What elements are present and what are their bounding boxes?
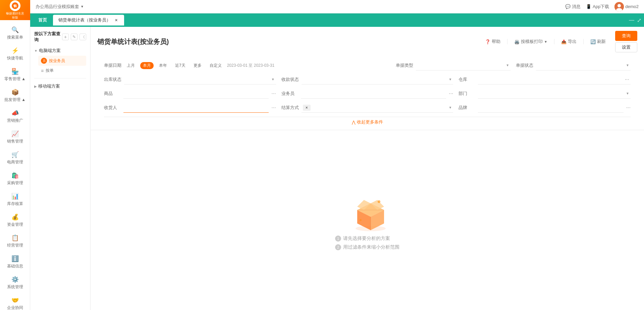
filter-goods-field: 商品 ··· [104,89,276,99]
desktop-scheme-header[interactable]: ▼ 电脑端方案 [34,46,86,56]
sidebar-item-ecommerce[interactable]: 🛒 电商管理 [0,148,30,168]
scheme-item-by-order[interactable]: ≡ 按单 [38,66,86,75]
message-button[interactable]: 💬 消息 [565,4,581,10]
tab-minimize-icon[interactable]: — [629,17,634,23]
filter-doc-status-field: 单据状态 ▼ [516,60,631,70]
payment-arrow-icon: ▼ [448,106,452,109]
sidebar-item-marketing[interactable]: 📣 营销推广 [0,106,30,127]
topbar-suite-selector[interactable]: 办公用品行业模拟账套 ▼ [36,4,84,10]
goods-input[interactable] [123,89,269,99]
department-select[interactable]: ▼ [478,89,631,99]
sidebar-item-operation-label: 经营管理 [7,243,23,248]
sidebar-item-inventory-label: 库存核算 [7,201,23,207]
warehouse-label: 仓库 [459,76,475,83]
sidebar-item-search-label: 搜索菜单 [7,35,23,40]
tab-sales-stat[interactable]: 销货单统计表（按业务员） ✕ [53,15,124,25]
sidebar-item-operation[interactable]: 📋 经营管理 [0,231,30,252]
ecommerce-icon: 🛒 [11,151,19,158]
date-btn-more[interactable]: 更多 [191,62,204,69]
topbar: 办公用品行业模拟账套 ▼ 💬 消息 📱 App下载 [30,0,644,13]
date-btn-last-month[interactable]: 上月 [124,62,138,69]
collapse-filter-button[interactable]: ⋀ 收起更多条件 [104,117,631,127]
retail-icon: 🏪 [11,68,19,75]
sidebar-item-quick-nav[interactable]: ⚡ 快捷导航 [0,44,30,64]
help-button[interactable]: ❓ 帮助 [482,37,503,46]
receipt-status-label: 收款状态 [281,76,299,83]
collapse-panel-button[interactable]: 《 [79,34,86,40]
app-download-button[interactable]: 📱 App下载 [586,4,609,10]
tab-maximize-icon[interactable]: ⤢ [637,17,641,23]
payment-label: 结算方式 [281,105,299,111]
filter-department-field: 部门 ▼ [459,89,631,99]
inventory-icon: 📊 [11,193,19,200]
sidebar-item-enterprise[interactable]: 🤝 企业协同 [0,293,30,310]
date-btn-this-year[interactable]: 本年 [156,62,170,69]
sidebar-item-basics[interactable]: ℹ️ 基础信息 [0,252,30,272]
goods-dots[interactable]: ··· [271,91,276,97]
filter-brand-field: 品牌 ··· [459,103,631,113]
salesperson-label: 业务员 [281,91,298,97]
mobile-scheme[interactable]: ▶ 移动端方案 [30,81,90,91]
sidebar-item-purchase[interactable]: 🛍️ 采购管理 [0,168,30,189]
finance-icon: 💰 [11,213,19,221]
page-header-top: 销货单统计表(按业务员) ❓ 帮助 🖨️ 按模板打印 ▼ [97,31,637,52]
filter-receipt-status-field: 收款状态 ▼ [281,74,453,85]
sidebar-item-search[interactable]: 🔍 搜索菜单 [0,23,30,44]
warehouse-dots[interactable]: ··· [625,76,629,83]
warehouse-select[interactable]: ··· [478,74,631,85]
department-arrow-icon: ▼ [626,92,629,95]
enterprise-icon: 🤝 [11,297,19,304]
sidebar-item-finance[interactable]: 💰 资金管理 [0,210,30,231]
filter-panel-title: 按以下方案查询 [34,31,62,43]
date-btn-7days[interactable]: 近7天 [172,62,188,69]
edit-scheme-button[interactable]: ✎ [71,34,77,40]
out-status-select[interactable]: ▼ [124,74,276,85]
sidebar-item-system[interactable]: ⚙️ 系统管理 [0,272,30,293]
doc-type-arrow-icon: ▼ [506,63,509,67]
scheme-expand-icon: ▼ [34,49,38,53]
tip-num-2: 2 [335,244,341,250]
tab-home[interactable]: 首页 [33,15,52,25]
tab-close-icon[interactable]: ✕ [113,17,119,23]
out-status-arrow-icon: ▼ [271,78,275,81]
export-label: 导出 [568,39,577,45]
sidebar-item-wholesale[interactable]: 📦 批发管理 ▲ [0,85,30,106]
doc-status-select[interactable]: ▼ [536,60,631,70]
payment-tag-close[interactable]: × [306,105,308,110]
brand-dots[interactable]: ··· [626,105,631,111]
date-btn-custom[interactable]: 自定义 [207,62,224,69]
receiver-input[interactable] [123,103,269,113]
filter-payment-field: 结算方式 × ▼ [281,103,453,113]
receipt-status-arrow-icon: ▼ [448,78,452,81]
receiver-dots[interactable]: ··· [271,105,276,111]
date-btn-this-month[interactable]: 本月 [140,62,154,69]
sidebar-item-wholesale-label: 批发管理 ▲ [4,97,25,103]
brand-label: 品牌 [459,105,475,111]
add-scheme-button[interactable]: + [62,34,69,40]
receipt-status-select[interactable]: ▼ [302,74,453,85]
print-icon: 🖨️ [514,39,520,44]
settings-button[interactable]: 设置 [615,42,637,52]
refresh-button[interactable]: 🔄 刷新 [588,37,608,46]
sidebar-logo[interactable]: 畅 畅捷通好生意 标版 [0,0,30,20]
topbar-title: 办公用品行业模拟账套 [36,4,79,10]
query-button[interactable]: 查询 [615,31,637,41]
salesperson-dots[interactable]: ··· [449,91,453,97]
sidebar-item-quick-nav-label: 快捷导航 [7,55,23,61]
filter-row-1: 单据日期 上月 本月 本年 近7天 更多 自定义 2023-03-01 至 20… [104,60,631,70]
scheme-item-by-salesperson[interactable]: 员 按业务员 [38,56,86,66]
divider2 [554,39,554,44]
salesperson-input[interactable] [301,89,446,99]
doc-type-select[interactable]: ▼ [416,60,511,70]
sidebar-item-inventory[interactable]: 📊 库存核算 [0,189,30,210]
user-menu[interactable]: demo2 [614,2,639,11]
brand-input[interactable] [478,103,623,113]
sidebar-item-retail[interactable]: 🏪 零售管理 ▲ [0,64,30,85]
export-button[interactable]: 📤 导出 [558,37,579,46]
sidebar-item-sales[interactable]: 📈 销售管理 [0,127,30,148]
order-icon: ≡ [41,68,44,73]
print-button[interactable]: 🖨️ 按模板打印 ▼ [512,37,550,46]
payment-select[interactable]: × ▼ [302,103,453,113]
payment-tag: × [303,105,311,111]
empty-tips: 1 请先选择要分析的方案 2 用过滤条件来缩小分析范围 [335,236,399,250]
